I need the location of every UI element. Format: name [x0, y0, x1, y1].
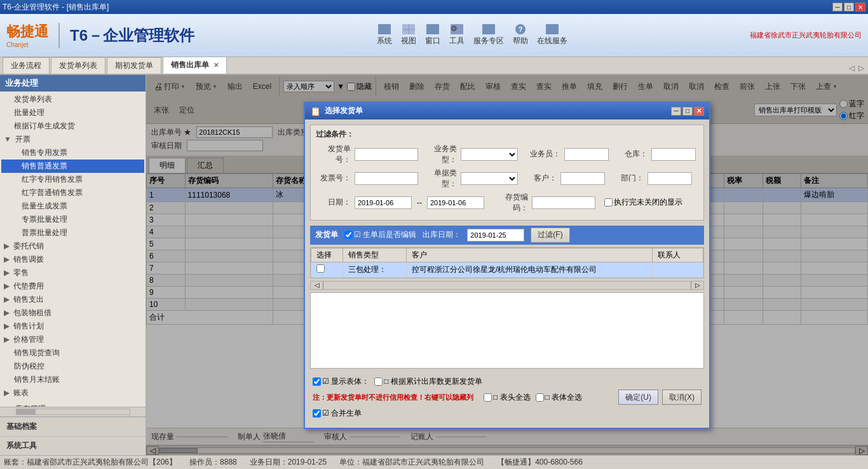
header-nav: 系统 视图 窗口 ⚙ 工具 服务专区 ? 帮助 在线服务 — [377, 24, 567, 46]
nav-view[interactable]: 视图 — [401, 24, 416, 46]
sidebar-item-batch-manage[interactable]: 专票批量处理 — [1, 213, 144, 226]
sidebar-item-sales-normal[interactable]: 销售普通发票 — [1, 160, 144, 173]
sidebar-item-price-mgmt[interactable]: ▶ 价格管理 — [1, 333, 144, 346]
confirm-button[interactable]: 确定(U) — [618, 390, 658, 405]
sidebar-item-agency-fee[interactable]: ▶ 代垫费用 — [1, 280, 144, 293]
system-icon — [378, 24, 391, 34]
tab-initial-invoice[interactable]: 期初发货单 — [107, 57, 161, 74]
receipt-no-input[interactable] — [355, 172, 418, 185]
expand-icon-5: ▶ — [4, 282, 10, 290]
date-separator: -- — [417, 198, 422, 207]
online-icon — [546, 24, 559, 34]
min-button[interactable]: ─ — [832, 3, 843, 11]
dlg-cancel-button[interactable]: 取消(X) — [662, 390, 702, 405]
expand-icon-8: ▶ — [4, 322, 10, 330]
col-contact: 联系人 — [653, 248, 703, 262]
app-logo: 畅捷通 Chanjet T6－企业管理软件 — [6, 22, 194, 48]
fapiao-header: 发货单 ☑ 生单后是否编辑 出库日期： 过滤(F) — [310, 226, 704, 245]
dialog-max-btn[interactable]: □ — [682, 107, 693, 116]
prev-arrow[interactable]: ◁ — [849, 64, 855, 72]
sidebar-item-open-invoice[interactable]: ▼ 开票 — [1, 133, 144, 146]
sidebar-footer-system-tools[interactable]: 系统工具 — [0, 436, 146, 455]
col-sales-type: 销售类型 — [343, 248, 407, 262]
nav-tools[interactable]: ⚙ 工具 — [449, 24, 465, 46]
col-select: 选择 — [311, 248, 343, 262]
dialog-hscroll[interactable]: ◁ ▷ — [310, 281, 704, 290]
sidebar-item-inventory-mgmt[interactable]: ▼ 库存管理 — [1, 402, 144, 407]
biz-person-input[interactable] — [564, 148, 609, 161]
sidebar-item-consignment[interactable]: ▶ 委托代销 — [1, 240, 144, 253]
customer-label: 客户： — [522, 173, 557, 184]
fapiao-select[interactable] — [311, 262, 343, 277]
nav-service[interactable]: 服务专区 — [473, 24, 504, 46]
content-area: 🖨 打印 ▼ 预览 ▼ 输出 Excel 录入顺序 ▼ — [146, 75, 868, 455]
sidebar: 业务处理 发货单列表 批量处理 根据订单生成发货 ▼ 开票 销售专用发票 销售普… — [0, 75, 146, 455]
sidebar-item-batch-process[interactable]: 批量处理 — [1, 106, 144, 119]
show-unclosed-checkbox[interactable] — [604, 198, 613, 207]
date-to-input[interactable] — [427, 196, 484, 209]
customer-input[interactable] — [560, 172, 605, 185]
edit-checkbox[interactable] — [344, 231, 353, 239]
tab-sales-out[interactable]: 销售出库单 ✕ — [163, 57, 227, 74]
row-checkbox[interactable] — [316, 264, 325, 273]
title-bar: T6-企业管理软件 - [销售出库单] ─ □ ✕ — [0, 0, 868, 14]
tab-workflow[interactable]: 业务流程 — [3, 57, 50, 74]
sidebar-item-sales-special[interactable]: 销售专用发票 — [1, 146, 144, 160]
body-all-label: □ 表体全选 — [536, 392, 583, 403]
sidebar-item-invoice-list[interactable]: 发货单列表 — [1, 93, 144, 106]
sidebar-item-sales-adjust[interactable]: ▶ 销售调拨 — [1, 253, 144, 266]
sidebar-item-batch-invoice[interactable]: 批量生成发票 — [1, 200, 144, 213]
tab-close-icon[interactable]: ✕ — [214, 62, 219, 69]
filter-button[interactable]: 过滤(F) — [531, 228, 569, 243]
dialog-close-btn[interactable]: ✕ — [694, 107, 704, 116]
invoice-no-input[interactable] — [355, 148, 418, 161]
fapiao-sales-type: 三包处理： — [343, 262, 407, 277]
sidebar-item-batch-special[interactable]: 普票批量处理 — [1, 226, 144, 240]
date-from-input[interactable] — [355, 196, 412, 209]
fapiao-row[interactable]: 三包处理： 控可程浙江分公司徐星龙/杭州瑞伦电动车配件有限公司 — [311, 262, 703, 277]
receipt-type-select[interactable] — [461, 172, 518, 185]
body-all-checkbox[interactable] — [536, 393, 544, 402]
nav-system[interactable]: 系统 — [377, 24, 392, 46]
status-bizdate: 业务日期：2019-01-25 — [250, 457, 327, 468]
dialog-title-bar: 📋 选择发货单 ─ □ ✕ — [305, 103, 709, 119]
sidebar-item-sales-expense[interactable]: ▶ 销售支出 — [1, 293, 144, 306]
nav-help[interactable]: ? 帮助 — [513, 24, 528, 46]
sidebar-item-accounting[interactable]: ▶ 账表 — [1, 386, 144, 400]
auto-update-checkbox[interactable] — [374, 377, 383, 386]
main-layout: 业务处理 发货单列表 批量处理 根据订单生成发货 ▼ 开票 销售专用发票 销售普… — [0, 75, 868, 455]
close-button[interactable]: ✕ — [855, 3, 865, 11]
max-button[interactable]: □ — [844, 3, 854, 11]
inventory-input[interactable] — [532, 196, 595, 209]
biz-type-select[interactable] — [461, 148, 518, 161]
warehouse-input[interactable] — [651, 148, 696, 161]
sidebar-item-order-generate[interactable]: 根据订单生成发货 — [1, 119, 144, 133]
sidebar-item-red-normal[interactable]: 红字普通销售发票 — [1, 186, 144, 200]
sidebar-item-sales-plan[interactable]: ▶ 销售计划 — [1, 320, 144, 333]
dlg-scroll-left[interactable]: ◁ — [311, 282, 323, 289]
sidebar-item-tax-control[interactable]: 防伪税控 — [1, 360, 144, 373]
dept-input-dlg[interactable] — [648, 172, 692, 185]
sidebar-footer-basic-records[interactable]: 基础档案 — [0, 417, 146, 436]
dlg-scroll-right[interactable]: ▷ — [691, 282, 703, 289]
out-date-input[interactable] — [467, 229, 524, 241]
nav-online[interactable]: 在线服务 — [537, 24, 567, 46]
nav-window[interactable]: 窗口 — [425, 24, 440, 46]
sidebar-item-red-special[interactable]: 红字专用销售发票 — [1, 173, 144, 186]
head-all-checkbox[interactable] — [484, 393, 492, 402]
next-arrow[interactable]: ▷ — [858, 64, 864, 72]
dialog-icon: 📋 — [310, 106, 321, 116]
expand-icon: ▼ — [4, 135, 11, 144]
show-table-checkbox[interactable] — [313, 377, 321, 386]
sidebar-item-inventory-query[interactable]: 销售现货查询 — [1, 346, 144, 360]
merge-checkbox[interactable] — [313, 409, 321, 418]
status-account: 账套：福建省邵武市正兴武夷轮胎有限公司【206】 — [4, 457, 177, 468]
logo-chanjet: 畅捷通 Chanjet — [6, 22, 48, 48]
tab-invoice-list[interactable]: 发货单列表 — [51, 57, 105, 74]
dialog-min-btn[interactable]: ─ — [671, 107, 681, 116]
filter-title: 过滤条件： — [316, 129, 698, 140]
help-icon: ? — [515, 24, 526, 34]
sidebar-item-month-close[interactable]: 销售月末结账 — [1, 373, 144, 386]
sidebar-item-package-rent[interactable]: ▶ 包装物租借 — [1, 306, 144, 320]
sidebar-item-retail[interactable]: ▶ 零售 — [1, 266, 144, 280]
